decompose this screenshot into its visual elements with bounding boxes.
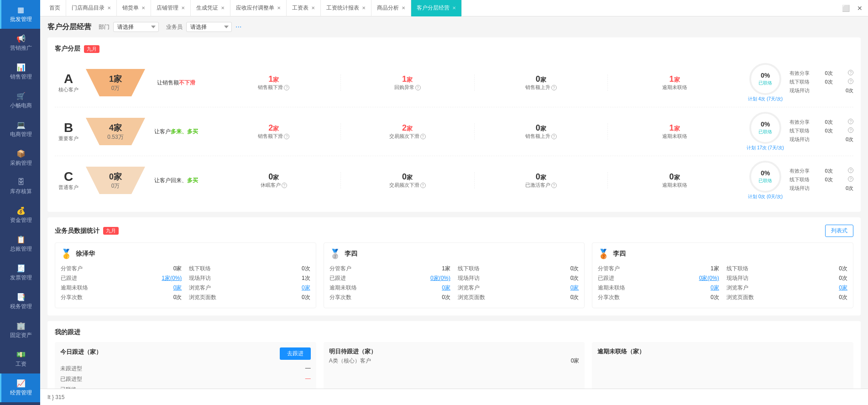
tab-home[interactable]: 首页: [44, 0, 66, 16]
staff-2-stat-2-val[interactable]: 0家: [711, 284, 719, 292]
go-followup-button[interactable]: 去跟进: [280, 347, 311, 360]
staff-1-stat-1-val[interactable]: 0家(0%): [430, 274, 450, 282]
tab-shop-products[interactable]: 门店商品目录 ✕: [66, 0, 117, 16]
sidebar-item-shuiwu[interactable]: 📑 税务管理: [0, 287, 40, 316]
staff-1-stat-2-val[interactable]: 0家: [442, 284, 450, 292]
sidebar-item-pifa[interactable]: ▦ 批发管理: [0, 0, 40, 29]
staff-2-rstat-2-val[interactable]: 0家: [839, 284, 847, 292]
info-icon[interactable]: ?: [420, 183, 426, 188]
tab-receivable[interactable]: 应收应付调整单 ✕: [230, 0, 287, 16]
sidebar-item-gongzi[interactable]: 💵 工资: [0, 345, 40, 373]
tab-close-voucher[interactable]: ✕: [221, 5, 225, 11]
followup-overdue-title: 逾期未联络（家）: [597, 348, 645, 355]
sidebar-item-zijin[interactable]: 💰 资金管理: [0, 201, 40, 230]
tab-close-sales-order[interactable]: ✕: [141, 5, 145, 11]
followup-section: 我的跟进 今日跟进（家） 去跟进 未跟进型 — 已跟进型 —: [47, 321, 861, 389]
info-icon[interactable]: ?: [848, 119, 853, 124]
tier-a-funnel[interactable]: 1家 0万: [86, 69, 145, 96]
info-icon[interactable]: ?: [284, 134, 289, 139]
staff-2-stat-0-val: 1家: [711, 265, 719, 273]
filter-more-icon[interactable]: ···: [235, 23, 241, 31]
sidebar-item-dianshang[interactable]: 💻 电商管理: [0, 115, 40, 144]
info-icon[interactable]: ?: [848, 79, 853, 84]
info-icon[interactable]: ?: [551, 183, 557, 188]
tab-voucher[interactable]: 生成凭证 ✕: [191, 0, 230, 16]
tab-payroll[interactable]: 工资表 ✕: [287, 0, 321, 16]
sidebar-item-xiaoshou[interactable]: 📊 销售管理: [0, 58, 40, 86]
tier-a-stat-1[interactable]: 1家 回购异常 ?: [341, 74, 475, 91]
tier-a-stat-0[interactable]: 1家 销售额下滑 ?: [207, 74, 341, 91]
staff-1-rstat-0: 线下联络 0次: [458, 264, 579, 274]
dept-select[interactable]: 请选择: [113, 22, 159, 32]
tier-a-right-1: 线下联络 0次 ?: [790, 79, 853, 85]
tab-store-mgmt[interactable]: 店铺管理 ✕: [151, 0, 191, 16]
tab-close-all-icon[interactable]: ✕: [855, 4, 864, 13]
staff-0-rstat-2-val[interactable]: 0家: [302, 284, 310, 292]
tier-b-slogan: 让客户多来、多买: [149, 128, 204, 136]
tab-close-shop-products[interactable]: ✕: [107, 5, 111, 11]
tier-a-circle-plan[interactable]: 计划 4次 (7天/次): [745, 96, 786, 102]
tab-close-payroll-stat[interactable]: ✕: [362, 5, 366, 11]
staff-0-name: 徐泽华: [76, 250, 95, 258]
tab-close-payroll[interactable]: ✕: [311, 5, 315, 11]
tier-b-circle-outer: 0% 已联络: [749, 112, 781, 144]
tier-b-stat-3[interactable]: 1家 逾期未联络: [608, 123, 741, 140]
sidebar-item-gudingzichan[interactable]: 🏢 固定资产: [0, 316, 40, 345]
info-icon[interactable]: ?: [551, 85, 557, 90]
sidebar-item-yingxiao[interactable]: 📢 营销推广: [0, 29, 40, 58]
staff-0-stat-1-val[interactable]: 1家(0%): [162, 274, 182, 282]
info-icon[interactable]: ?: [848, 168, 853, 173]
info-icon[interactable]: ?: [551, 134, 557, 139]
info-icon[interactable]: ?: [282, 183, 287, 188]
tab-sales-order[interactable]: 销货单 ✕: [117, 0, 151, 16]
tier-c-stats: 0家 休眠客户 ? 0家 交易频次下滑 ? 0家 已激活客户 ? 0家 逾期未联…: [207, 172, 741, 189]
sidebar-item-jingying[interactable]: 📈 经营管理: [0, 373, 40, 402]
staff-0-rstat-1: 现场拜访 1次: [189, 274, 310, 283]
info-icon[interactable]: ?: [284, 85, 289, 90]
tier-b-stat-3-value: 1家: [612, 123, 737, 133]
list-view-button[interactable]: 列表式: [825, 225, 853, 237]
sidebar-item-caigou[interactable]: 📦 采购管理: [0, 144, 40, 173]
sidebar-item-kucun[interactable]: 🗄 库存核算: [0, 173, 40, 201]
customer-section-title: 客户分层: [55, 45, 80, 53]
staff-1-rstat-1: 现场拜访 0次: [458, 274, 579, 283]
tier-c-stat-3[interactable]: 0家 逾期未联络: [608, 172, 741, 189]
tier-c-funnel[interactable]: 0家 0万: [86, 167, 145, 194]
staff-1-rstat-0-val: 0次: [570, 265, 579, 273]
info-icon[interactable]: ?: [415, 85, 421, 90]
sidebar-item-zhangwu[interactable]: 📋 总账管理: [0, 230, 40, 258]
staff-0-stat-2-val[interactable]: 0家: [173, 284, 182, 292]
info-icon[interactable]: ?: [848, 176, 853, 182]
tier-a-stat-3[interactable]: 1家 逾期未联络: [608, 74, 741, 91]
tier-c-stat-0[interactable]: 0家 休眠客户 ?: [207, 172, 341, 189]
tier-c-stat-1[interactable]: 0家 交易频次下滑 ?: [341, 172, 475, 189]
sidebar-item-jichu[interactable]: 📂 基础信息: [0, 402, 40, 405]
tier-b-funnel[interactable]: 4家 0.53万: [86, 118, 145, 145]
info-icon[interactable]: ?: [420, 134, 426, 139]
tier-b-stat-2[interactable]: 0家 销售额上升 ?: [475, 123, 608, 140]
followup-overdue-col: 逾期未联络（家）: [592, 342, 853, 389]
staff-select[interactable]: 请选择: [186, 22, 232, 32]
tab-close-receivable[interactable]: ✕: [277, 5, 281, 11]
tab-maximize-icon[interactable]: ⬜: [840, 4, 852, 13]
tab-close-product-analysis[interactable]: ✕: [402, 5, 405, 11]
tab-close-store-mgmt[interactable]: ✕: [181, 5, 185, 11]
sidebar-item-xiaodian[interactable]: 🛒 小畅电商: [0, 86, 40, 115]
tab-customer-tier[interactable]: 客户分层经营 ✕: [411, 0, 462, 16]
tier-c-stat-2[interactable]: 0家 已激活客户 ?: [475, 172, 608, 189]
tier-b-stat-0[interactable]: 2家 销售额下滑 ?: [207, 123, 341, 140]
sidebar-item-fapiao[interactable]: 🧾 发票管理: [0, 258, 40, 287]
tab-payroll-stat[interactable]: 工资统计报表 ✕: [321, 0, 371, 16]
tab-product-analysis[interactable]: 商品分析 ✕: [371, 0, 411, 16]
info-icon[interactable]: ?: [848, 70, 853, 75]
tier-c-circle-outer: 0% 已联络: [749, 161, 781, 193]
info-icon[interactable]: ?: [848, 127, 853, 133]
staff-1-rstat-1-val: 0次: [570, 274, 579, 282]
tier-c-circle-plan[interactable]: 计划 0次 (0天/次): [745, 194, 786, 200]
tab-close-customer-tier[interactable]: ✕: [452, 5, 456, 11]
staff-1-rstat-2-val[interactable]: 0家: [570, 284, 579, 292]
tier-b-circle-plan[interactable]: 计划 17次 (7天/次): [745, 145, 786, 151]
tier-b-stat-1[interactable]: 2家 交易频次下滑 ?: [341, 123, 475, 140]
tier-a-stat-2[interactable]: 0家 销售额上升 ?: [475, 74, 608, 91]
staff-2-stat-1-val[interactable]: 0家(0%): [699, 274, 719, 282]
